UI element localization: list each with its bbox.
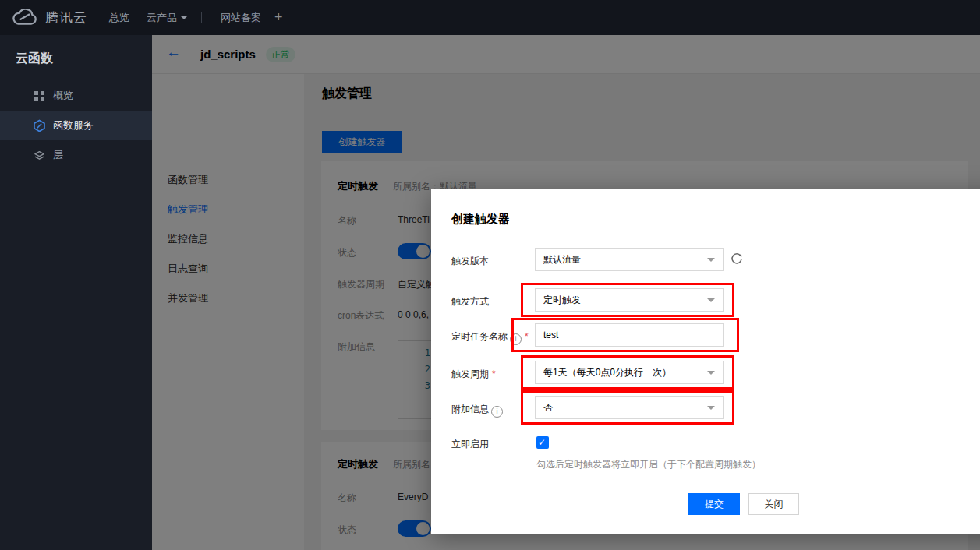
trigger-period-value: 每1天（每天0点0分执行一次） (543, 367, 671, 378)
chevron-down-icon (707, 258, 715, 262)
enable-now-helper-text: 勾选后定时触发器将立即开启（于下个配置周期触发） (536, 458, 761, 471)
trigger-mode-select[interactable]: 定时触发 (535, 288, 724, 312)
nav-divider (201, 12, 202, 23)
enable-now-checkbox-checked[interactable] (536, 436, 549, 449)
close-button[interactable]: 关闭 (748, 493, 799, 515)
trigger-mode-label: 触发方式 (451, 295, 489, 308)
chevron-down-icon (707, 298, 715, 302)
nav-overview[interactable]: 总览 (109, 0, 129, 35)
extra-info-text: 附加信息 (451, 404, 489, 414)
add-tab-icon[interactable]: + (274, 0, 283, 35)
nav-cloud-products-label: 云产品 (147, 12, 177, 23)
sidebar-item-label: 概览 (53, 89, 73, 103)
trigger-mode-value: 定时触发 (543, 294, 581, 305)
enable-now-label: 立即启用 (451, 438, 489, 451)
sidebar-item-label: 层 (53, 148, 63, 162)
trigger-version-select[interactable]: 默认流量 (535, 248, 724, 271)
sidebar-title: 云函数 (0, 35, 152, 81)
timer-task-name-input[interactable] (535, 323, 724, 347)
chevron-down-icon (707, 406, 715, 410)
product-sidebar: 云函数 概览 函数服务 层 (0, 35, 152, 550)
chevron-down-icon (181, 16, 187, 19)
trigger-version-value: 默认流量 (543, 254, 581, 265)
grid-icon (34, 91, 44, 101)
nav-icp-filing[interactable]: 网站备案 (221, 0, 261, 35)
trigger-period-select[interactable]: 每1天（每天0点0分执行一次） (535, 361, 724, 384)
required-marker: * (492, 368, 496, 379)
extra-info-select[interactable]: 否 (535, 396, 724, 419)
timer-task-name-label: 定时任务名称* (451, 330, 529, 345)
function-hexagon-icon (33, 119, 46, 132)
trigger-period-text: 触发周期 (451, 368, 489, 379)
nav-cloud-products[interactable]: 云产品 (147, 0, 187, 35)
sidebar-item-layers[interactable]: 层 (0, 140, 152, 170)
extra-info-label: 附加信息 (451, 403, 503, 418)
sidebar-item-function-service[interactable]: 函数服务 (0, 111, 152, 140)
trigger-version-label: 触发版本 (451, 255, 489, 268)
sidebar-item-label: 函数服务 (53, 118, 94, 132)
trigger-period-label: 触发周期* (451, 368, 496, 381)
info-icon[interactable] (510, 333, 522, 345)
sidebar-item-overview[interactable]: 概览 (0, 81, 152, 111)
info-icon[interactable] (491, 406, 503, 418)
create-trigger-dialog: 创建触发器 触发版本 默认流量 触发方式 定时触发 定时任务名称* 触发周期* … (431, 189, 980, 534)
submit-button[interactable]: 提交 (688, 493, 740, 515)
required-marker: * (525, 331, 529, 342)
dialog-title: 创建触发器 (451, 212, 510, 227)
top-navbar: 腾讯云 总览 云产品 网站备案 + (0, 0, 980, 35)
brand-text: 腾讯云 (45, 9, 87, 26)
tencent-cloud-logo-icon (11, 9, 39, 27)
extra-info-value: 否 (543, 402, 553, 413)
tencent-cloud-brand[interactable]: 腾讯云 (11, 0, 87, 35)
layers-icon (34, 150, 45, 161)
timer-task-name-text: 定时任务名称 (451, 331, 508, 342)
chevron-down-icon (707, 371, 715, 375)
refresh-icon[interactable] (731, 252, 743, 265)
